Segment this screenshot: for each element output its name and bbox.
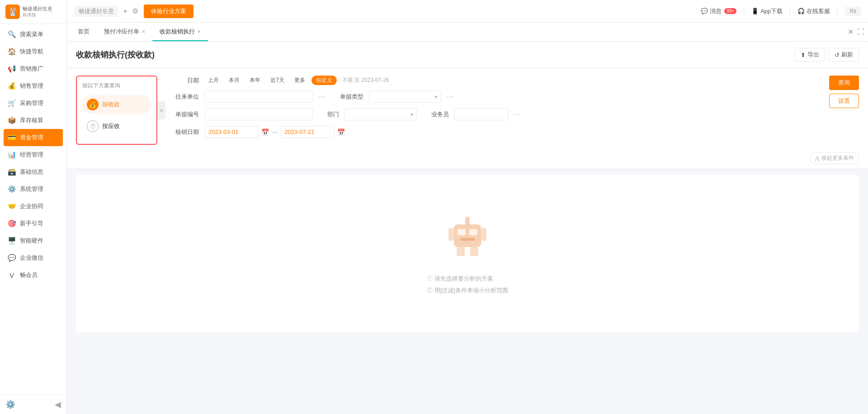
tab-home[interactable]: 首页 (71, 23, 97, 41)
sidebar-item-wechat[interactable]: 💬企业微信 (0, 249, 66, 266)
verify-date-end-input[interactable] (280, 126, 335, 138)
svg-rect-3 (460, 238, 475, 241)
search-icon: 🔍 (7, 30, 16, 38)
receipt-option-icon: 💰 (87, 99, 99, 110)
industry-solution-button[interactable]: 休验行业方案 (144, 5, 193, 18)
shortcut-last-month[interactable]: 上月 (204, 76, 222, 85)
basic-icon: 🗃️ (7, 168, 16, 176)
sidebar-item-finance[interactable]: 💳资金管理 (4, 129, 63, 146)
enterprise-icon: 🤝 (7, 202, 16, 210)
dept-label: 部门 (327, 110, 339, 119)
filter-actions: 查询 设置 (829, 76, 859, 108)
doc-no-input[interactable] (204, 108, 313, 120)
nav-label-sales: 销售管理 (20, 82, 43, 90)
sales-icon: 💰 (7, 82, 16, 90)
shortcut-more[interactable]: 更多 (291, 76, 309, 85)
sidebar-item-hardware[interactable]: 🖥️智能硬件 (0, 232, 66, 249)
guide-icon: 🎯 (7, 219, 16, 228)
topbar-chevron-icon[interactable]: ▾ (124, 8, 127, 14)
user-name[interactable]: Rit (845, 7, 861, 16)
sidebar-item-inventory[interactable]: 📦库存核算 (0, 112, 66, 129)
filter-option-by-receipt[interactable]: 💰 按收款 (82, 95, 151, 114)
receivable-option-label: 按应收 (102, 122, 120, 130)
main-area: 畅捷通好生意 ▾ ⚙ 休验行业方案 💬 消息 99+ 📱 App下载 🎧 在线客… (67, 0, 868, 414)
sidebar-item-enterprise[interactable]: 🤝企业协同 (0, 198, 66, 215)
message-item[interactable]: 💬 消息 99+ (701, 7, 736, 15)
setting-button[interactable]: 设置 (829, 94, 859, 108)
marketing-icon: 📢 (7, 65, 16, 73)
tabbar: 首页 预付冲应付单 × 收款核销执行 × ✕ ⛶ (67, 23, 868, 42)
system-icon: ⚙️ (7, 185, 16, 193)
purchase-icon: 🛒 (7, 99, 16, 107)
staff-input[interactable] (454, 108, 509, 120)
sidebar-item-member[interactable]: V畅会员 (0, 266, 66, 284)
app-download-label: App下载 (760, 7, 783, 15)
partner-input[interactable] (204, 90, 313, 103)
verify-date-start-calendar-icon[interactable]: 📅 (261, 128, 269, 136)
online-service-label: 在线客服 (807, 7, 830, 15)
sidebar-footer: ⚙️ ◀ (0, 395, 66, 414)
partner-more-icon[interactable]: ··· (318, 93, 326, 101)
svg-rect-0 (454, 224, 481, 247)
refresh-button[interactable]: ↺ 刷新 (829, 48, 859, 62)
svg-rect-7 (481, 228, 486, 241)
online-service-item[interactable]: 🎧 在线客服 (797, 7, 830, 15)
dept-select[interactable] (344, 108, 417, 120)
shortcut-7days[interactable]: 近7天 (267, 76, 288, 85)
app-download-item[interactable]: 📱 App下载 (751, 7, 783, 15)
sidebar-item-guide[interactable]: 🎯新手引导 (0, 215, 66, 232)
message-badge: 99+ (724, 8, 736, 14)
svg-rect-6 (448, 228, 454, 241)
sidebar-item-purchase[interactable]: 🛒采购管理 (0, 95, 66, 112)
refresh-icon: ↺ (835, 52, 840, 58)
svg-point-5 (465, 217, 470, 221)
settings-icon[interactable]: ⚙️ (5, 400, 15, 409)
filter-sidebar-collapse-icon[interactable]: » (157, 101, 165, 119)
verify-date-sep: — (272, 128, 278, 135)
nav-label-operation: 经营管理 (20, 151, 43, 159)
tab-expand-icon[interactable]: ⛶ (857, 28, 864, 36)
collapse-more-label: 收起更多条件 (821, 154, 854, 162)
wechat-icon: 💬 (7, 254, 16, 262)
tab-prepay[interactable]: 预付冲应付单 × (97, 23, 152, 41)
shortcut-custom[interactable]: 自定义 (311, 76, 337, 85)
sidebar-nav: 🔍搜索菜单🏠快捷导航📢营销推广💰销售管理🛒采购管理📦库存核算💳资金管理📊经营管理… (0, 24, 66, 395)
date-filter-row: 日期 上月 本月 本年 近7天 更多 自定义 不限 至 2023-07-26 (172, 76, 815, 85)
export-button[interactable]: ⬆ 导出 (795, 48, 825, 62)
shortcut-icon: 🏠 (7, 48, 16, 56)
nav-label-guide: 新手引导 (20, 219, 43, 228)
doc-type-select[interactable] (369, 90, 441, 103)
svg-rect-2 (469, 229, 477, 235)
shortcut-this-year[interactable]: 本年 (246, 76, 264, 85)
sidebar-item-shortcut[interactable]: 🏠快捷导航 (0, 43, 66, 60)
verify-date-label: 核销日期 (172, 128, 199, 136)
export-label: 导出 (807, 51, 819, 59)
nav-label-inventory: 库存核算 (20, 116, 43, 124)
collapse-sidebar-icon[interactable]: ◀ (55, 400, 61, 409)
message-label: 消息 (710, 7, 722, 15)
verify-date-end-calendar-icon[interactable]: 📅 (337, 128, 345, 136)
sidebar-item-sales[interactable]: 💰销售管理 (0, 77, 66, 95)
sidebar-item-marketing[interactable]: 📢营销推广 (0, 60, 66, 77)
filter-sidebar: 按以下方案查询 💰 按收款 ⏱ 按应收 » (76, 76, 157, 145)
collapse-more-button[interactable]: ⋀ 收起更多条件 (810, 152, 859, 164)
tab-receipt[interactable]: 收款核销执行 × (152, 23, 208, 41)
verify-date-row: 核销日期 📅 — 📅 (172, 126, 815, 138)
sidebar-item-basic[interactable]: 🗃️基础信息 (0, 163, 66, 181)
receipt-tab-close-icon[interactable]: × (198, 29, 201, 35)
topbar-gear-icon[interactable]: ⚙ (132, 7, 138, 15)
shortcut-this-month[interactable]: 本月 (225, 76, 243, 85)
sidebar-item-operation[interactable]: 📊经营管理 (0, 146, 66, 163)
tab-close-all-icon[interactable]: ✕ (848, 28, 854, 36)
operation-icon: 📊 (7, 151, 16, 159)
verify-date-start-input[interactable] (204, 126, 259, 138)
staff-more-icon[interactable]: ··· (514, 110, 521, 119)
svg-rect-9 (470, 247, 478, 256)
query-button[interactable]: 查询 (829, 76, 859, 90)
doc-type-more-icon[interactable]: ··· (447, 93, 454, 101)
sidebar-item-system[interactable]: ⚙️系统管理 (0, 181, 66, 198)
filter-option-by-receivable[interactable]: ⏱ 按应收 (82, 117, 151, 136)
doc-type-label: 单据类型 (340, 93, 363, 101)
sidebar-item-search[interactable]: 🔍搜索菜单 (0, 26, 66, 43)
prepay-tab-close-icon[interactable]: × (142, 29, 145, 35)
